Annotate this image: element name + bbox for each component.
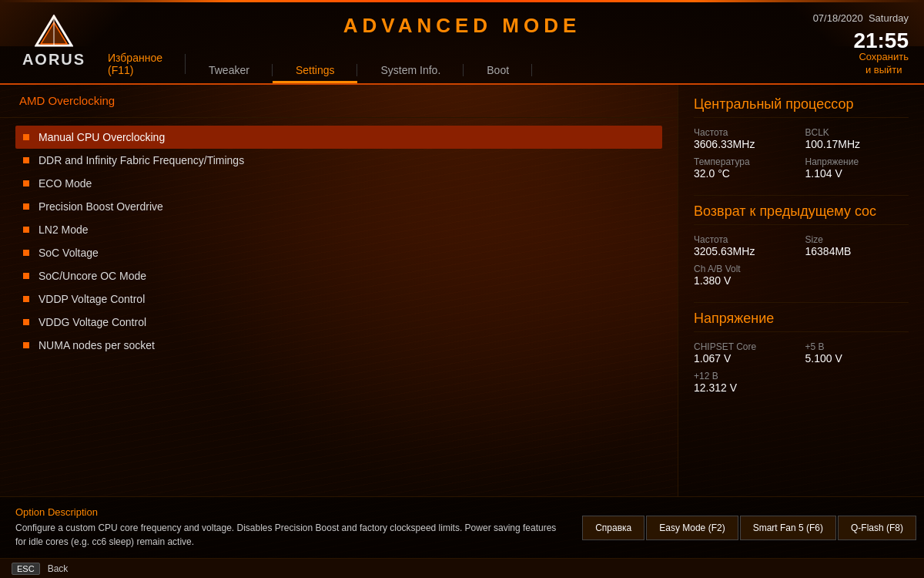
- bottom-bar: Option Description Configure a custom CP…: [0, 496, 924, 558]
- voltage-section-title: Напряжение: [694, 311, 909, 332]
- esc-label: Back: [48, 563, 69, 574]
- previous-section: Возврат к предыдущему сос Частота 3205.6…: [694, 203, 909, 287]
- q-flash-button[interactable]: Q-Flash (F8): [838, 516, 916, 540]
- tab-boot[interactable]: Boot: [464, 59, 532, 83]
- cpu-bclk-label: BCLK 100.17MHz: [805, 127, 909, 150]
- cpu-freq-label: Частота 3606.33MHz: [694, 127, 798, 150]
- bullet-icon: [23, 227, 29, 233]
- menu-list: Manual CPU Overclocking DDR and Infinity…: [0, 118, 678, 496]
- logo-area: AORUS: [15, 15, 92, 69]
- header-date: 07/18/2020 Saturday: [813, 12, 909, 25]
- voltage-section: Напряжение CHIPSET Core 1.067 V +5 В 5.1…: [694, 311, 909, 394]
- menu-item-ln2-mode[interactable]: LN2 Mode: [15, 218, 662, 241]
- bullet-icon: [23, 134, 29, 140]
- left-panel: AMD Overclocking Manual CPU Overclocking…: [0, 85, 678, 496]
- bullet-icon: [23, 250, 29, 256]
- prev-freq-label: Частота 3205.63MHz: [694, 234, 798, 257]
- cpu-section: Центральный процессор Частота 3606.33MHz…: [694, 96, 909, 180]
- cpu-voltage-label: Напряжение 1.104 V: [805, 156, 909, 180]
- plus12v-label: +12 В 12.312 V: [694, 371, 798, 394]
- option-desc-text: Configure a custom CPU core frequency an…: [15, 521, 559, 549]
- aorus-logo-icon: [35, 15, 73, 49]
- bottom-buttons: Справка Easy Mode (F2) Smart Fan 5 (F6) …: [574, 497, 924, 558]
- menu-item-numa-nodes[interactable]: NUMA nodes per socket: [15, 334, 662, 357]
- tab-favorite[interactable]: Избранное(F11): [85, 47, 186, 83]
- main-content: AMD Overclocking Manual CPU Overclocking…: [0, 85, 924, 496]
- prev-size-label: Size 16384MB: [805, 234, 909, 257]
- menu-item-vddp-voltage[interactable]: VDDP Voltage Control: [15, 287, 662, 311]
- header-title: ADVANCED MODE: [343, 14, 581, 38]
- save-exit-button[interactable]: Сохранитьи выйти: [859, 51, 909, 77]
- help-button[interactable]: Справка: [582, 516, 644, 540]
- menu-item-eco-mode[interactable]: ECO Mode: [15, 172, 662, 195]
- bullet-icon: [23, 203, 29, 210]
- header: AORUS ADVANCED MODE 07/18/2020 Saturday …: [0, 0, 924, 85]
- tab-settings[interactable]: Settings: [273, 59, 358, 83]
- bullet-icon: [23, 319, 29, 325]
- bullet-icon: [23, 273, 29, 279]
- menu-item-precision-boost[interactable]: Precision Boost Overdrive: [15, 195, 662, 218]
- bullet-icon: [23, 180, 29, 187]
- cpu-info-grid: Частота 3606.33MHz BCLK 100.17MHz Темпер…: [694, 127, 909, 180]
- logo-text: AORUS: [22, 51, 85, 69]
- bullet-icon: [23, 342, 29, 348]
- menu-item-soc-voltage[interactable]: SoC Voltage: [15, 241, 662, 264]
- voltage-info-grid: CHIPSET Core 1.067 V +5 В 5.100 V +12 В …: [694, 341, 909, 394]
- menu-item-manual-cpu[interactable]: Manual CPU Overclocking: [15, 126, 662, 149]
- esc-bar: ESC Back: [0, 558, 924, 578]
- bullet-icon: [23, 296, 29, 302]
- menu-item-vddg-voltage[interactable]: VDDG Voltage Control: [15, 311, 662, 334]
- cpu-section-title: Центральный процессор: [694, 96, 909, 118]
- menu-item-soc-uncore[interactable]: SoC/Uncore OC Mode: [15, 264, 662, 287]
- breadcrumb: AMD Overclocking: [19, 94, 115, 107]
- chipset-core-label: CHIPSET Core 1.067 V: [694, 341, 798, 365]
- plus5v-label: +5 В 5.100 V: [805, 341, 909, 365]
- breadcrumb-area: AMD Overclocking: [0, 85, 678, 118]
- option-desc-title: Option Description: [15, 506, 559, 518]
- esc-key[interactable]: ESC: [12, 563, 40, 575]
- right-panel: Центральный процессор Частота 3606.33MHz…: [678, 85, 924, 496]
- tab-sysinfo[interactable]: System Info.: [357, 59, 464, 83]
- previous-section-title: Возврат к предыдущему сос: [694, 203, 909, 225]
- bullet-icon: [23, 157, 29, 163]
- prev-volt-label: Ch A/B Volt 1.380 V: [694, 264, 798, 287]
- previous-info-grid: Частота 3205.63MHz Size 16384MB Ch A/B V…: [694, 234, 909, 287]
- smart-fan-button[interactable]: Smart Fan 5 (F6): [740, 516, 836, 540]
- easy-mode-button[interactable]: Easy Mode (F2): [646, 516, 738, 540]
- cpu-temp-label: Температура 32.0 °C: [694, 156, 798, 180]
- header-datetime: 07/18/2020 Saturday 21:55: [813, 12, 909, 55]
- menu-item-ddr-infinity[interactable]: DDR and Infinity Fabric Frequency/Timing…: [15, 149, 662, 172]
- tab-tweaker[interactable]: Tweaker: [186, 59, 273, 83]
- option-description: Option Description Configure a custom CP…: [0, 497, 574, 558]
- nav-tabs: Избранное(F11) Tweaker Settings System I…: [85, 47, 770, 83]
